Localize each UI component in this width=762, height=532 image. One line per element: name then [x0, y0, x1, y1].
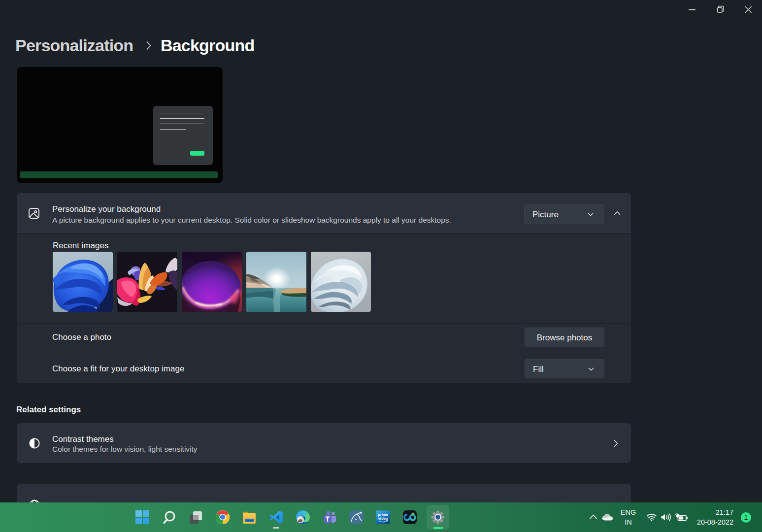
svg-text:video: video [378, 516, 388, 521]
